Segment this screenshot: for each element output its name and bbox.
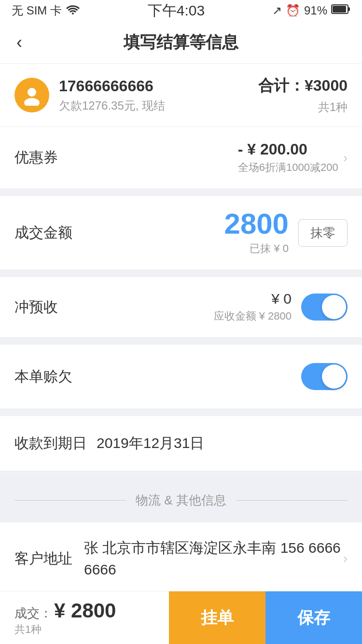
toggle-thumb (322, 295, 346, 319)
transaction-amount-label: 成交金额 (14, 223, 72, 243)
total-count: 共1种 (258, 99, 348, 115)
debt-toggle-thumb (322, 364, 346, 389)
divider-text: 物流 & 其他信息 (126, 492, 236, 509)
status-left: 无 SIM 卡 (12, 3, 80, 18)
bottom-bar: 成交： ¥ 2800 共1种 挂单 保存 (0, 591, 362, 644)
battery-label: 91% (304, 4, 327, 17)
debt-label: 本单赊欠 (14, 367, 72, 387)
back-button[interactable]: ‹ (12, 28, 27, 57)
coupon-row[interactable]: 优惠券 - ¥ 200.00 全场6折满1000减200 › (0, 126, 362, 188)
prepaid-label: 冲预收 (14, 297, 58, 317)
coupon-right: - ¥ 200.00 全场6折满1000减200 › (238, 140, 348, 175)
address-row[interactable]: 客户地址 张 北京市市辖区海淀区永丰南 156 6666 6666 › (0, 522, 362, 595)
customer-info: 17666666666 欠款1276.35元, 现结 (59, 77, 258, 113)
avatar (14, 78, 49, 112)
divider-line-right (236, 500, 348, 501)
coupon-label: 优惠券 (14, 148, 58, 168)
bottom-deal-label: 成交： (14, 605, 52, 622)
svg-point-4 (24, 98, 40, 106)
svg-rect-2 (333, 6, 346, 13)
svg-rect-1 (348, 7, 350, 11)
due-date-row: 收款到期日 2019年12月31日 (0, 416, 362, 471)
prepaid-section: 冲预收 ¥ 0 应收金额 ¥ 2800 (0, 277, 362, 337)
debt-row: 本单赊欠 (0, 345, 362, 408)
address-value: 张 北京市市辖区海淀区永丰南 156 6666 6666 (84, 537, 343, 580)
page-title: 填写结算等信息 (124, 31, 238, 54)
total-amount: 合计：¥3000 (258, 75, 348, 97)
prepaid-amount-block: ¥ 0 应收金额 ¥ 2800 (214, 291, 292, 323)
sim-status: 无 SIM 卡 (12, 3, 62, 18)
status-right: ↗ ⏰ 91% (272, 4, 350, 17)
customer-subtitle: 欠款1276.35元, 现结 (59, 98, 258, 113)
transaction-amount-value: 2800 (224, 210, 289, 238)
divider-line-left (14, 500, 126, 501)
bottom-count: 共1种 (14, 622, 154, 637)
transaction-amount-right: 2800 已抹 ¥ 0 抹零 (224, 210, 348, 256)
due-date-label: 收款到期日 (14, 434, 87, 453)
debt-toggle[interactable] (301, 363, 348, 390)
nav-bar: ‹ 填写结算等信息 (0, 21, 362, 64)
prepaid-value: ¥ 0 (214, 291, 292, 307)
address-label: 客户地址 (14, 549, 72, 569)
prepaid-row: 冲预收 ¥ 0 应收金额 ¥ 2800 (0, 277, 362, 337)
round-button[interactable]: 抹零 (298, 219, 348, 247)
status-bar: 无 SIM 卡 下午4:03 ↗ ⏰ 91% (0, 0, 362, 21)
address-chevron-icon: › (343, 551, 348, 566)
chevron-right-icon: › (343, 150, 348, 166)
bottom-amount: ¥ 2800 (54, 599, 116, 622)
customer-row: 17666666666 欠款1276.35元, 现结 合计：¥3000 共1种 (0, 64, 362, 126)
customer-phone: 17666666666 (59, 77, 258, 95)
pending-button[interactable]: 挂单 (169, 591, 265, 644)
alarm-icon: ⏰ (286, 4, 300, 17)
prepaid-toggle[interactable] (301, 294, 348, 321)
battery-icon (331, 4, 350, 17)
status-time: 下午4:03 (148, 1, 205, 21)
customer-total: 合计：¥3000 共1种 (258, 75, 348, 115)
amount-section: 成交金额 2800 已抹 ¥ 0 抹零 (0, 196, 362, 269)
prepaid-right: ¥ 0 应收金额 ¥ 2800 (214, 291, 348, 323)
svg-point-3 (28, 88, 36, 97)
location-icon: ↗ (272, 4, 282, 17)
coupon-discount: - ¥ 200.00 (238, 140, 338, 158)
coupon-info: - ¥ 200.00 全场6折满1000减200 (238, 140, 338, 175)
divider-row: 物流 & 其他信息 (0, 478, 362, 522)
coupon-desc: 全场6折满1000减200 (238, 160, 338, 175)
due-date-value: 2019年12月31日 (97, 434, 204, 453)
transaction-amount-row: 成交金额 2800 已抹 ¥ 0 抹零 (14, 196, 348, 269)
wifi-icon (66, 4, 80, 17)
save-button[interactable]: 保存 (265, 591, 362, 644)
bottom-info: 成交： ¥ 2800 共1种 (0, 599, 169, 637)
prepaid-sub: 应收金额 ¥ 2800 (214, 309, 292, 323)
transaction-amount-block: 2800 已抹 ¥ 0 (224, 210, 289, 256)
customer-section: 17666666666 欠款1276.35元, 现结 合计：¥3000 共1种 … (0, 64, 362, 188)
transaction-amount-sub: 已抹 ¥ 0 (224, 241, 289, 256)
